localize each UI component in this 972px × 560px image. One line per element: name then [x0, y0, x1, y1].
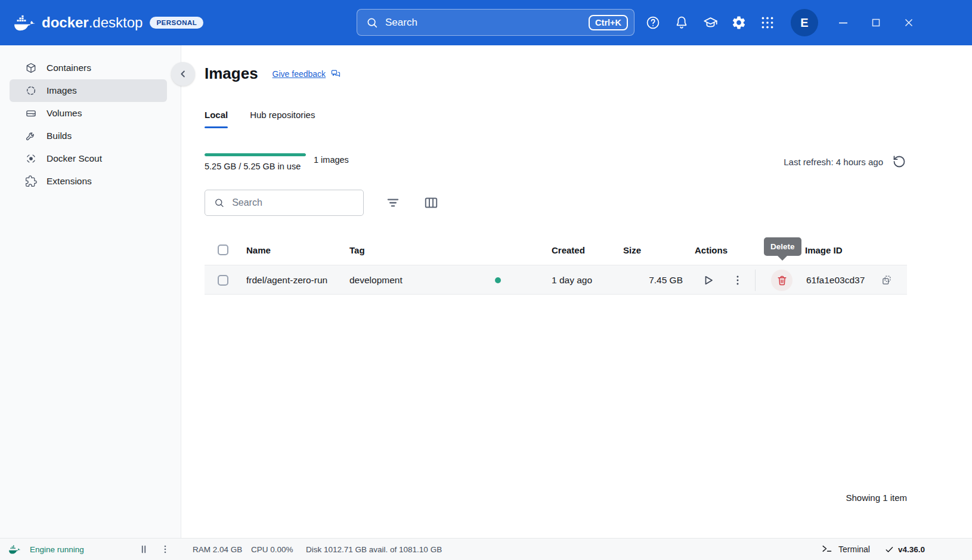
volumes-disk-icon: [25, 107, 37, 119]
maximize-icon: [869, 16, 883, 30]
engine-more-button[interactable]: [157, 539, 173, 560]
sidebar-item-volumes[interactable]: Volumes: [10, 102, 167, 125]
help-icon: [645, 15, 661, 30]
page-title: Images: [205, 64, 258, 83]
terminal-button[interactable]: Terminal: [821, 543, 870, 555]
engine-whale-icon: [9, 539, 21, 560]
search-placeholder: Search: [385, 17, 589, 29]
sidebar-item-label: Volumes: [47, 108, 82, 119]
column-header-name[interactable]: Name: [246, 235, 271, 265]
chevron-left-icon: [178, 69, 188, 79]
filter-button[interactable]: [384, 194, 402, 212]
brand-title: docker.desktop: [42, 14, 143, 31]
notifications-button[interactable]: [673, 14, 691, 32]
sidebar-item-extensions[interactable]: Extensions: [10, 170, 167, 193]
minimize-button[interactable]: [835, 14, 852, 31]
table-search-input[interactable]: [232, 197, 356, 208]
refresh-icon: [892, 154, 906, 169]
terminal-icon: [821, 543, 833, 555]
search-icon: [213, 196, 225, 209]
sidebar-item-label: Extensions: [47, 176, 92, 187]
learning-center-button[interactable]: [701, 14, 719, 32]
column-header-image-id[interactable]: Image ID: [805, 235, 843, 265]
avatar-initial: E: [800, 16, 808, 30]
images-icon: [25, 85, 37, 97]
image-tag: development: [349, 265, 403, 295]
brand-desktop: .desktop: [89, 14, 143, 30]
usage-progress-bar: [205, 153, 306, 156]
delete-image-button[interactable]: [771, 270, 793, 291]
avatar[interactable]: E: [791, 9, 818, 36]
check-icon: [884, 544, 894, 555]
run-image-button[interactable]: [698, 271, 717, 290]
sidebar-item-builds[interactable]: Builds: [10, 125, 167, 147]
sidebar-item-docker-scout[interactable]: Docker Scout: [10, 147, 167, 170]
minimize-icon: [836, 16, 850, 30]
last-refresh-label: Last refresh: 4 hours ago: [784, 157, 883, 167]
column-header-actions: Actions: [695, 235, 728, 265]
window-controls: [835, 0, 917, 45]
close-icon: [902, 16, 916, 30]
row-more-actions-button[interactable]: [728, 271, 747, 290]
top-icon-group: [644, 0, 776, 45]
close-button[interactable]: [900, 14, 917, 31]
images-table: Name Tag Created Size Actions Image ID D…: [205, 235, 907, 295]
maximize-button[interactable]: [868, 14, 884, 31]
settings-button[interactable]: [730, 14, 748, 32]
pause-engine-button[interactable]: [136, 539, 151, 560]
apps-grid-button[interactable]: [759, 14, 776, 32]
sidebar-item-label: Images: [47, 85, 77, 96]
column-header-tag[interactable]: Tag: [349, 235, 365, 265]
table-row[interactable]: frdel/agent-zero-run development 1 day a…: [205, 265, 907, 295]
global-search[interactable]: Search Ctrl+K: [357, 9, 634, 36]
sidebar-item-label: Docker Scout: [47, 153, 102, 164]
bell-icon: [674, 15, 689, 30]
image-created: 1 day ago: [552, 265, 592, 295]
terminal-label: Terminal: [838, 544, 870, 554]
usage-progress-fill: [205, 153, 306, 156]
give-feedback-label: Give feedback: [273, 69, 326, 79]
feedback-bubbles-icon: [330, 69, 341, 79]
columns-button[interactable]: [422, 194, 440, 212]
engine-status[interactable]: Engine running: [30, 539, 84, 560]
cpu-usage: CPU 0.00%: [251, 539, 293, 560]
images-count: 1 images: [314, 155, 349, 165]
select-all-checkbox[interactable]: [218, 245, 228, 255]
gear-icon: [731, 15, 747, 30]
brand: docker.desktop PERSONAL: [14, 0, 203, 45]
sidebar-item-images[interactable]: Images: [10, 79, 167, 102]
usage-label: 5.25 GB / 5.25 GB in use: [205, 162, 306, 171]
version-label: v4.36.0: [898, 545, 925, 554]
sidebar: Containers Images Volumes: [0, 45, 181, 538]
copy-image-id-button[interactable]: [877, 271, 896, 290]
ram-usage: RAM 2.04 GB: [193, 539, 242, 560]
sidebar-collapse-button[interactable]: [171, 62, 195, 86]
puzzle-icon: [25, 175, 37, 187]
tab-local[interactable]: Local: [205, 110, 228, 128]
copy-icon: [881, 274, 893, 286]
filter-icon: [385, 195, 401, 211]
disk-usage: Disk 1012.71 GB avail. of 1081.10 GB: [306, 539, 442, 560]
column-header-created[interactable]: Created: [552, 235, 585, 265]
image-id: 61fa1e03cd37: [806, 265, 865, 295]
column-header-size[interactable]: Size: [623, 235, 641, 265]
sidebar-item-label: Builds: [47, 131, 72, 141]
brand-docker: docker: [42, 14, 89, 30]
docker-desktop-window: docker.desktop PERSONAL Search Ctrl+K: [0, 0, 972, 560]
shortcut-badge: Ctrl+K: [589, 15, 628, 30]
play-icon: [701, 273, 715, 287]
give-feedback-link[interactable]: Give feedback: [273, 69, 342, 79]
grid-icon: [760, 15, 775, 30]
tab-hub-repositories[interactable]: Hub repositories: [250, 110, 315, 128]
help-button[interactable]: [644, 14, 662, 32]
row-checkbox[interactable]: [218, 275, 228, 286]
kebab-menu-icon: [731, 274, 744, 287]
status-bar: Engine running RAM 2.04 GB CPU 0.00% Dis…: [0, 538, 972, 560]
main-content: Images Give feedback Local Hub repositor…: [181, 45, 972, 538]
refresh-button[interactable]: [891, 154, 907, 169]
pause-icon: [138, 543, 150, 555]
version-indicator[interactable]: v4.36.0: [884, 544, 925, 555]
image-name: frdel/agent-zero-run: [246, 265, 327, 295]
sidebar-item-containers[interactable]: Containers: [10, 57, 167, 79]
docker-whale-icon: [14, 15, 36, 31]
